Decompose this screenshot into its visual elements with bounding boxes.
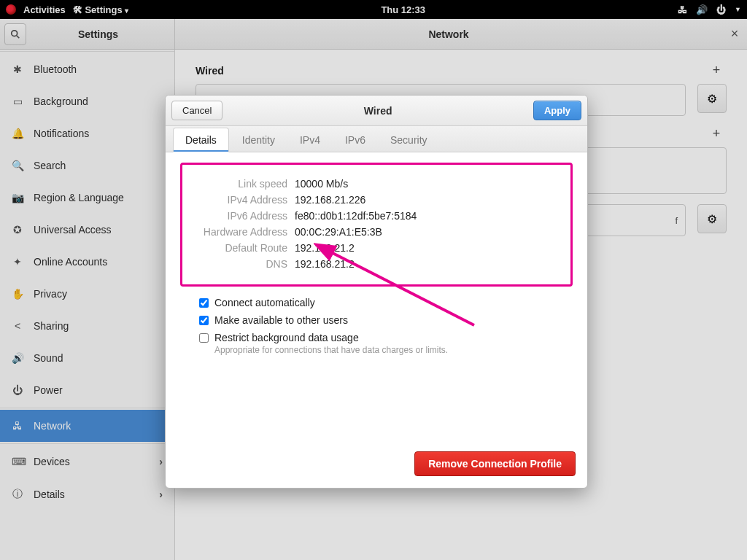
clock[interactable]: Thu 12:33 [128, 4, 678, 15]
checkbox-input[interactable] [199, 298, 209, 308]
sidebar-icon: ⌨ [12, 456, 23, 467]
detail-row: Link speed 10000 Mb/s [193, 178, 560, 190]
detail-row: IPv6 Address fe80::d0b1:12df:5be7:5184 [193, 210, 560, 222]
sidebar-item-devices[interactable]: ⌨ Devices › [0, 446, 174, 478]
detail-value: 192.168.21.226 [295, 194, 365, 206]
details-highlight-box: Link speed 10000 Mb/sIPv4 Address 192.16… [180, 163, 573, 287]
checkbox-label: Make available to other users [214, 314, 348, 326]
sidebar-item-label: Online Accounts [34, 256, 107, 268]
sidebar-item-details[interactable]: ⓘ Details › [0, 478, 174, 511]
sidebar-item-label: Sound [34, 352, 63, 364]
sidebar-icon: ✦ [12, 256, 23, 268]
sidebar-icon: ▭ [12, 96, 23, 107]
app-menu-label: Settings [85, 4, 122, 15]
detail-value: 10000 Mb/s [295, 178, 348, 190]
distro-logo-icon [6, 4, 16, 15]
checkbox-sublabel: Appropriate for connections that have da… [214, 345, 448, 355]
checkbox-input[interactable] [199, 333, 209, 343]
sidebar-item-universal-access[interactable]: ✪ Universal Access [0, 214, 174, 246]
network-status-icon[interactable]: 🖧 [678, 4, 687, 15]
sidebar-item-bluetooth[interactable]: ✱ Bluetooth [0, 53, 174, 85]
sidebar-icon: ✪ [12, 224, 23, 236]
svg-point-0 [12, 30, 18, 36]
proxy-status: f [675, 215, 678, 226]
connection-editor-dialog: Cancel Wired Apply Details Identity IPv4… [165, 95, 588, 489]
detail-label: Default Route [193, 242, 295, 254]
tab-details[interactable]: Details [173, 128, 229, 152]
sidebar-item-label: Details [34, 489, 65, 500]
close-button[interactable]: × [722, 26, 747, 42]
detail-row: Default Route 192.168.21.2 [193, 242, 560, 254]
sidebar-icon: 🔊 [12, 352, 23, 364]
search-icon [10, 29, 20, 39]
proxy-settings-button[interactable]: ⚙ [697, 204, 727, 233]
checkbox-label: Restrict background data usage Appropria… [214, 332, 448, 355]
sidebar-icon: 🔍 [12, 160, 23, 171]
add-wired-button[interactable]: + [706, 63, 727, 78]
sidebar-item-online-accounts[interactable]: ✦ Online Accounts [0, 246, 174, 278]
sidebar-item-search[interactable]: 🔍 Search [0, 149, 174, 182]
remove-connection-button[interactable]: Remove Connection Profile [414, 451, 576, 476]
connect-automatically-checkbox[interactable]: Connect automatically [199, 297, 573, 308]
detail-value: 00:0C:29:A1:E5:3B [295, 226, 382, 238]
detail-label: IPv4 Address [193, 194, 295, 206]
sidebar-item-label: Region & Language [34, 192, 124, 203]
detail-value: 192.168.21.2 [295, 258, 355, 270]
gear-icon: ⚙ [707, 92, 717, 106]
detail-label: Hardware Address [193, 226, 295, 238]
dialog-headerbar: Cancel Wired Apply [166, 96, 587, 126]
available-to-others-checkbox[interactable]: Make available to other users [199, 314, 573, 326]
tab-security[interactable]: Security [379, 128, 439, 152]
add-vpn-button[interactable]: + [706, 126, 727, 141]
volume-icon[interactable]: 🔊 [696, 4, 708, 15]
sidebar-icon: ✱ [12, 63, 23, 75]
tab-ipv4[interactable]: IPv4 [288, 128, 332, 152]
sidebar-item-notifications[interactable]: 🔔 Notifications [0, 117, 174, 149]
sidebar-icon: 🖧 [12, 420, 23, 432]
sidebar-item-label: Bluetooth [34, 63, 77, 75]
sidebar-icon: ⓘ [12, 488, 23, 501]
sidebar-item-sound[interactable]: 🔊 Sound [0, 342, 174, 374]
checkbox-input[interactable] [199, 316, 209, 325]
svg-line-1 [17, 35, 20, 38]
sidebar-item-sharing[interactable]: < Sharing [0, 310, 174, 342]
detail-value: 192.168.21.2 [295, 242, 355, 254]
dialog-title: Wired [222, 105, 533, 117]
headerbar: Settings Network × [0, 19, 747, 50]
detail-row: Hardware Address 00:0C:29:A1:E5:3B [193, 226, 560, 238]
sidebar-item-label: Universal Access [34, 224, 112, 236]
apply-button[interactable]: Apply [533, 101, 581, 120]
sidebar-item-privacy[interactable]: ✋ Privacy [0, 278, 174, 310]
app-menu[interactable]: 🛠 Settings [73, 4, 129, 15]
sidebar-item-label: Privacy [34, 288, 67, 300]
restrict-background-data-checkbox[interactable]: Restrict background data usage Appropria… [199, 332, 573, 355]
chevron-right-icon: › [159, 489, 163, 500]
gear-icon: ⚙ [707, 212, 717, 226]
sidebar-item-label: Power [34, 384, 63, 396]
tab-identity[interactable]: Identity [231, 128, 287, 152]
checkbox-label: Connect automatically [214, 297, 315, 308]
sidebar-item-background[interactable]: ▭ Background [0, 85, 174, 117]
panel-title-right: Network [175, 28, 722, 40]
detail-value: fe80::d0b1:12df:5be7:5184 [295, 210, 417, 222]
sidebar-item-power[interactable]: ⏻ Power [0, 374, 174, 406]
cancel-button[interactable]: Cancel [171, 101, 222, 120]
sidebar-item-label: Search [34, 160, 66, 171]
tab-ipv6[interactable]: IPv6 [333, 128, 377, 152]
system-menu-chevron-icon[interactable]: ▼ [735, 6, 741, 13]
power-icon[interactable]: ⏻ [716, 4, 726, 15]
detail-label: IPv6 Address [193, 210, 295, 222]
panel-title-left: Settings [26, 28, 170, 40]
search-button[interactable] [4, 23, 26, 45]
sidebar-item-region-language[interactable]: 📷 Region & Language [0, 182, 174, 214]
settings-sidebar: ✱ Bluetooth ▭ Background 🔔 Notifications… [0, 50, 175, 560]
sidebar-icon: 📷 [12, 192, 23, 203]
activities-button[interactable]: Activities [23, 4, 66, 15]
wired-settings-button[interactable]: ⚙ [697, 84, 727, 113]
gnome-topbar: Activities 🛠 Settings Thu 12:33 🖧 🔊 ⏻ ▼ [0, 0, 747, 19]
sidebar-icon: ✋ [12, 288, 23, 300]
sidebar-icon: ⏻ [12, 384, 23, 396]
sidebar-icon: < [12, 320, 23, 332]
sidebar-item-network[interactable]: 🖧 Network [0, 410, 174, 442]
detail-row: DNS 192.168.21.2 [193, 258, 560, 270]
